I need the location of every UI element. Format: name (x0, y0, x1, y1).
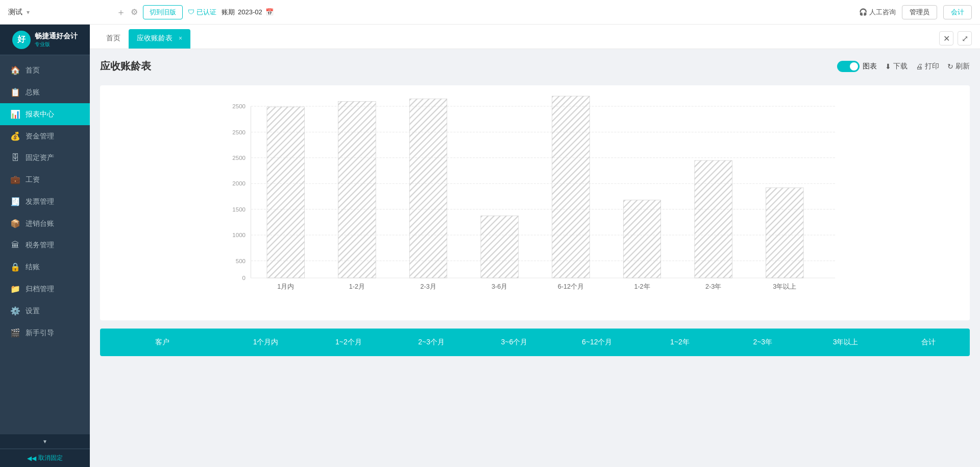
refresh-button[interactable]: ↻ 刷新 (947, 62, 970, 71)
guide-icon: 🎬 (10, 328, 20, 338)
col-3year-plus: 3年以上 (804, 329, 887, 356)
top-bar-actions: ＋ ⚙ 切到旧版 🛡 已认证 账期 2023-02 📅 (116, 5, 274, 19)
archive-icon: 📁 (10, 284, 20, 294)
add-icon[interactable]: ＋ (116, 6, 126, 18)
sidebar-item-archive[interactable]: 📁 归档管理 (0, 278, 90, 300)
consult-button[interactable]: 🎧 人工咨询 (859, 8, 896, 17)
page-title: 应收账龄表 (100, 59, 151, 73)
print-button[interactable]: 🖨 打印 (916, 62, 939, 71)
download-button[interactable]: ⬇ 下载 (885, 62, 908, 71)
sidebar-item-assets[interactable]: 🗄 固定资产 (0, 147, 90, 169)
company-selector[interactable]: 测试 ▾ (8, 8, 110, 17)
sidebar-item-label: 首页 (26, 66, 40, 75)
bar-chart: 2500 2500 2500 2000 1500 1000 500 0 (110, 96, 960, 310)
svg-text:2-3月: 2-3月 (420, 283, 436, 290)
col-total: 合计 (887, 329, 970, 356)
trade-icon: 📦 (10, 219, 20, 228)
svg-text:2500: 2500 (232, 103, 246, 109)
settings-icon[interactable]: ⚙ (131, 7, 138, 17)
sidebar-item-guide[interactable]: 🎬 新手引导 (0, 322, 90, 344)
sidebar-item-label: 总账 (26, 88, 40, 97)
pin-icon: ◀◀ (27, 455, 36, 462)
shield-icon: 🛡 (188, 8, 194, 16)
sidebar-item-label: 进销台账 (26, 219, 54, 228)
top-bar: 测试 ▾ ＋ ⚙ 切到旧版 🛡 已认证 账期 2023-02 📅 🎧 人工咨询 … (0, 0, 980, 25)
tabs-bar: 首页 应收账龄表 × ✕ ⤢ (90, 25, 980, 49)
cancel-fixed-button[interactable]: ◀◀ 取消固定 (0, 449, 90, 467)
tab-receivable-aging[interactable]: 应收账龄表 × (129, 29, 190, 49)
svg-text:3年以上: 3年以上 (773, 283, 796, 290)
sidebar-item-close[interactable]: 🔒 结账 (0, 256, 90, 278)
scroll-down-button[interactable]: ▾ (0, 434, 90, 449)
page-header: 应收账龄表 图表 ⬇ 下载 🖨 打印 ↻ (100, 59, 970, 73)
col-1-2year: 1~2年 (639, 329, 721, 356)
chevron-down-icon: ▾ (43, 438, 46, 445)
chart-icon: 📊 (10, 109, 20, 119)
lock-icon: 🔒 (10, 262, 20, 272)
page-actions: 图表 ⬇ 下载 🖨 打印 ↻ 刷新 (837, 61, 970, 72)
svg-rect-18 (267, 107, 305, 278)
company-name: 测试 (8, 8, 22, 17)
svg-text:500: 500 (236, 258, 246, 264)
svg-text:6-12个月: 6-12个月 (558, 283, 584, 290)
sidebar-item-settings[interactable]: ⚙️ 设置 (0, 300, 90, 322)
period-info: 账期 2023-02 📅 (222, 8, 274, 17)
svg-rect-19 (338, 102, 376, 278)
svg-text:2500: 2500 (232, 129, 246, 135)
sidebar-item-label: 设置 (26, 307, 40, 316)
col-2-3year: 2~3年 (721, 329, 804, 356)
svg-rect-23 (623, 200, 661, 278)
sidebar-item-label: 结账 (26, 263, 40, 272)
calendar-icon[interactable]: 📅 (265, 8, 274, 16)
sidebar-item-label: 新手引导 (26, 329, 54, 338)
page-content: 应收账龄表 图表 ⬇ 下载 🖨 打印 ↻ (90, 49, 980, 467)
svg-rect-21 (481, 216, 519, 278)
sidebar-item-label: 工资 (26, 175, 40, 184)
download-icon: ⬇ (885, 62, 891, 71)
sidebar: 好 畅捷通好会计 专业版 🏠 首页 📋 总账 📊 报表中心 💰 资金管理 (0, 25, 90, 467)
invoice-icon: 🧾 (10, 197, 20, 206)
assets-icon: 🗄 (10, 153, 20, 162)
sidebar-item-ledger[interactable]: 📋 总账 (0, 81, 90, 103)
sidebar-item-trade[interactable]: 📦 进销台账 (0, 213, 90, 235)
svg-rect-22 (552, 96, 590, 278)
home-icon: 🏠 (10, 65, 20, 75)
chart-card: 2500 2500 2500 2000 1500 1000 500 0 (100, 85, 970, 320)
table-header: 客户 1个月内 1~2个月 2~3个月 3~6个月 6~12个月 1~2年 2~… (100, 329, 970, 356)
expand-button[interactable]: ⤢ (958, 31, 972, 45)
col-6-12month: 6~12个月 (556, 329, 639, 356)
sidebar-item-tax[interactable]: 🏛 税务管理 (0, 235, 90, 256)
sidebar-item-salary[interactable]: 💼 工资 (0, 169, 90, 191)
logo-icon: 好 (12, 31, 31, 49)
sidebar-item-label: 报表中心 (26, 110, 54, 119)
sidebar-item-reports[interactable]: 📊 报表中心 (0, 103, 90, 125)
sidebar-logo: 好 畅捷通好会计 专业版 (0, 25, 90, 55)
sidebar-item-home[interactable]: 🏠 首页 (0, 59, 90, 81)
top-bar-right: 🎧 人工咨询 管理员 会计 (859, 5, 972, 19)
tab-home[interactable]: 首页 (98, 29, 129, 49)
tab-close-button[interactable]: × (179, 35, 182, 42)
accounting-button[interactable]: 会计 (943, 5, 972, 19)
tax-icon: 🏛 (10, 241, 20, 250)
headset-icon: 🎧 (859, 8, 867, 16)
chart-toggle-group: 图表 (837, 61, 877, 72)
svg-text:1月内: 1月内 (277, 283, 294, 290)
svg-text:0: 0 (242, 275, 246, 281)
admin-button[interactable]: 管理员 (902, 5, 937, 19)
close-tab-button[interactable]: ✕ (939, 31, 953, 45)
chart-toggle-label: 图表 (863, 62, 877, 71)
chart-toggle[interactable] (837, 61, 860, 72)
svg-text:2500: 2500 (232, 155, 246, 161)
svg-text:1000: 1000 (232, 232, 246, 238)
sidebar-item-label: 资金管理 (26, 132, 54, 141)
ledger-icon: 📋 (10, 87, 20, 97)
content-area: 首页 应收账龄表 × ✕ ⤢ 应收账龄表 图表 (90, 25, 980, 467)
switch-version-button[interactable]: 切到旧版 (143, 5, 183, 19)
sidebar-item-capital[interactable]: 💰 资金管理 (0, 125, 90, 147)
refresh-icon: ↻ (947, 62, 953, 71)
sidebar-item-invoice[interactable]: 🧾 发票管理 (0, 191, 90, 213)
svg-text:3-6月: 3-6月 (492, 283, 507, 290)
col-customer: 客户 (100, 329, 224, 356)
sidebar-item-label: 税务管理 (26, 241, 54, 250)
col-3-6month: 3~6个月 (473, 329, 555, 356)
